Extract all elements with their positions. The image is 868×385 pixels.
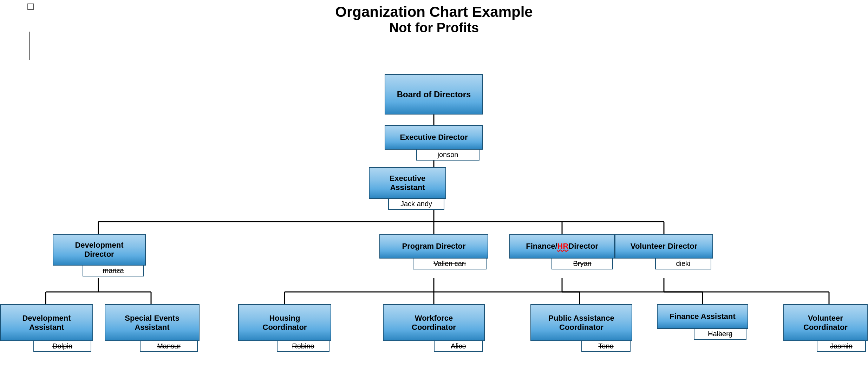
prog-dir-box[interactable]: Program Director bbox=[379, 234, 488, 259]
exec-dir-box[interactable]: Executive Director bbox=[385, 125, 483, 150]
exec-asst-box[interactable]: ExecutiveAssistant bbox=[369, 167, 446, 199]
pub-asst-node: Public AssistanceCoordinator Tono bbox=[530, 304, 632, 352]
housing-label: HousingCoordinator bbox=[263, 314, 307, 332]
workforce-box[interactable]: WorkforceCoordinator bbox=[383, 304, 485, 341]
fin-asst-box[interactable]: Finance Assistant bbox=[657, 304, 748, 329]
exec-dir-label: Executive Director bbox=[400, 133, 468, 142]
fin-dir-label: Finance/HRDirector bbox=[526, 242, 598, 251]
vol-coord-node: VolunteerCoordinator Jasmin bbox=[783, 304, 868, 352]
prog-dir-label: Program Director bbox=[402, 242, 466, 251]
fin-asst-name[interactable]: Halberg bbox=[694, 328, 746, 340]
exec-dir-name[interactable]: jonson bbox=[416, 149, 479, 161]
housing-name[interactable]: Robino bbox=[277, 340, 329, 352]
workforce-node: WorkforceCoordinator Alice bbox=[383, 304, 485, 352]
exec-asst-name[interactable]: Jack andy bbox=[388, 198, 444, 210]
pub-asst-label: Public AssistanceCoordinator bbox=[548, 314, 614, 332]
fin-dir-name[interactable]: Bryan bbox=[552, 258, 613, 269]
fin-dir-box[interactable]: Finance/HRDirector bbox=[509, 234, 615, 259]
spec-events-node: Special EventsAssistant Mansur bbox=[105, 304, 200, 352]
vol-dir-box[interactable]: Volunteer Director bbox=[615, 234, 713, 259]
dev-asst-box[interactable]: DevelopmentAssistant bbox=[0, 304, 93, 341]
pub-asst-box[interactable]: Public AssistanceCoordinator bbox=[530, 304, 632, 341]
dev-dir-name[interactable]: mariza bbox=[83, 265, 144, 276]
vol-coord-name[interactable]: Jasmin bbox=[817, 340, 866, 352]
workforce-name[interactable]: Alice bbox=[434, 340, 483, 352]
fin-asst-label: Finance Assistant bbox=[670, 312, 735, 321]
spec-events-label: Special EventsAssistant bbox=[125, 314, 179, 332]
page-title: Organization Chart Example Not for Profi… bbox=[0, 4, 868, 35]
dev-asst-name[interactable]: Dolpin bbox=[33, 340, 91, 352]
title-line2: Not for Profits bbox=[0, 20, 868, 35]
title-line1: Organization Chart Example bbox=[0, 4, 868, 20]
housing-node: HousingCoordinator Robino bbox=[238, 304, 331, 352]
housing-box[interactable]: HousingCoordinator bbox=[238, 304, 331, 341]
board-box[interactable]: Board of Directors bbox=[385, 74, 483, 115]
dev-asst-node: DevelopmentAssistant Dolpin bbox=[0, 304, 93, 352]
vol-dir-label: Volunteer Director bbox=[631, 242, 697, 251]
vol-coord-box[interactable]: VolunteerCoordinator bbox=[783, 304, 868, 341]
dev-dir-box[interactable]: DevelopmentDirector bbox=[53, 234, 146, 266]
dev-dir-label: DevelopmentDirector bbox=[75, 241, 123, 259]
exec-asst-label: ExecutiveAssistant bbox=[390, 174, 426, 192]
org-chart: Board of Directors Executive Director jo… bbox=[0, 43, 868, 385]
prog-dir-node: Program Director Vallen cari bbox=[379, 234, 488, 269]
board-label: Board of Directors bbox=[397, 90, 471, 99]
spec-events-box[interactable]: Special EventsAssistant bbox=[105, 304, 200, 341]
vol-coord-label: VolunteerCoordinator bbox=[803, 314, 848, 332]
board-node: Board of Directors bbox=[385, 74, 483, 115]
fin-dir-node: Finance/HRDirector Bryan bbox=[509, 234, 615, 269]
spec-events-name[interactable]: Mansur bbox=[140, 340, 198, 352]
exec-asst-node: ExecutiveAssistant Jack andy bbox=[369, 167, 446, 210]
pub-asst-name[interactable]: Tono bbox=[581, 340, 631, 352]
prog-dir-name[interactable]: Vallen cari bbox=[413, 258, 487, 269]
dev-dir-node: DevelopmentDirector mariza bbox=[53, 234, 146, 276]
workforce-label: WorkforceCoordinator bbox=[412, 314, 456, 332]
vol-dir-node: Volunteer Director dieki bbox=[615, 234, 713, 269]
checkbox[interactable] bbox=[27, 4, 34, 10]
vol-dir-name[interactable]: dieki bbox=[655, 258, 711, 269]
dev-asst-label: DevelopmentAssistant bbox=[22, 314, 71, 332]
fin-asst-node: Finance Assistant Halberg bbox=[657, 304, 748, 340]
exec-dir-node: Executive Director jonson bbox=[385, 125, 483, 161]
